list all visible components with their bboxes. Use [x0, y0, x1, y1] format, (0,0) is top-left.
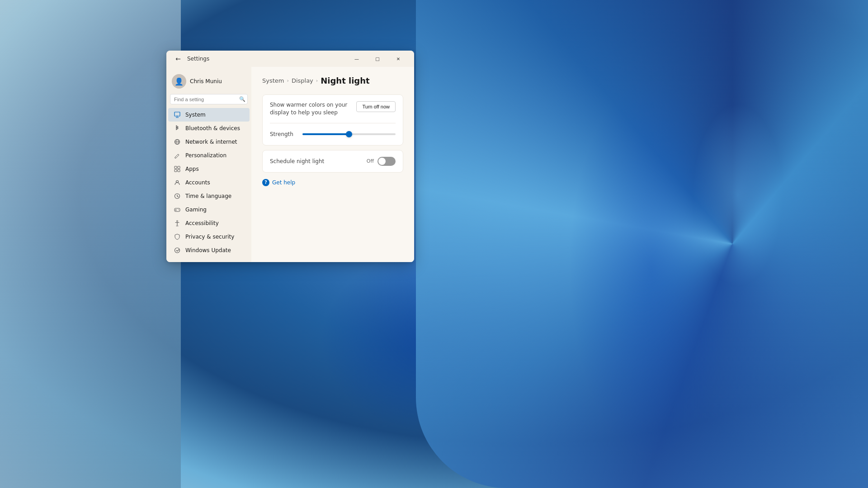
sidebar-item-time[interactable]: Time & language	[168, 189, 250, 203]
night-light-header: Show warmer colors on your display to he…	[270, 101, 396, 117]
svg-rect-7	[178, 166, 180, 169]
sidebar-item-accessibility[interactable]: Accessibility	[168, 216, 250, 230]
svg-rect-8	[175, 169, 177, 172]
titlebar: ← Settings — □ ✕	[166, 51, 414, 67]
sidebar-item-privacy[interactable]: Privacy & security	[168, 230, 250, 244]
sidebar-item-label-accessibility: Accessibility	[185, 220, 219, 226]
desktop-background	[0, 0, 868, 488]
sidebar-item-label-network: Network & internet	[185, 139, 237, 145]
sidebar: 👤 Chris Muniu 🔍	[166, 67, 251, 262]
get-help-link[interactable]: ? Get help	[262, 179, 403, 186]
night-light-description: Show warmer colors on your display to he…	[270, 101, 351, 117]
svg-point-17	[178, 209, 179, 210]
person-icon: 👤	[175, 77, 184, 86]
svg-line-13	[177, 196, 179, 197]
sidebar-item-bluetooth[interactable]: Bluetooth & devices	[168, 122, 250, 135]
page-title: Night light	[321, 76, 369, 85]
windows-update-icon	[174, 247, 181, 254]
personalization-icon	[174, 152, 181, 159]
toggle-container: Off	[367, 157, 396, 166]
sidebar-item-windows-update[interactable]: Windows Update	[168, 244, 250, 257]
window-controls: — □ ✕	[346, 51, 409, 67]
window-title: Settings	[187, 56, 346, 62]
privacy-icon	[174, 233, 181, 240]
accounts-icon	[174, 179, 181, 186]
network-icon	[174, 138, 181, 145]
search-input[interactable]	[174, 97, 236, 102]
svg-rect-0	[175, 112, 180, 116]
breadcrumb: System › Display › Night light	[262, 76, 403, 85]
svg-rect-9	[178, 169, 180, 172]
sidebar-item-label-windows-update: Windows Update	[185, 247, 231, 253]
sidebar-item-label-privacy: Privacy & security	[185, 234, 234, 240]
sidebar-item-network[interactable]: Network & internet	[168, 135, 250, 149]
sidebar-item-label-time: Time & language	[185, 193, 231, 199]
strength-label: Strength	[270, 131, 297, 137]
sidebar-item-system[interactable]: System	[168, 108, 250, 122]
user-name: Chris Muniu	[190, 78, 222, 84]
strength-row: Strength	[270, 123, 396, 139]
schedule-card: Schedule night light Off	[262, 150, 403, 173]
schedule-status-label: Off	[367, 158, 374, 164]
user-avatar: 👤	[172, 74, 186, 89]
system-icon	[174, 111, 181, 118]
night-light-card: Show warmer colors on your display to he…	[262, 94, 403, 145]
sidebar-item-label-gaming: Gaming	[185, 206, 207, 213]
time-icon	[174, 192, 181, 200]
window-body: 👤 Chris Muniu 🔍	[166, 67, 414, 262]
strength-slider-container	[302, 130, 396, 139]
sidebar-item-label-personalization: Personalization	[185, 152, 226, 159]
maximize-button[interactable]: □	[367, 51, 388, 67]
breadcrumb-sep-1: ›	[287, 78, 288, 84]
bluetooth-icon	[174, 125, 181, 132]
svg-point-19	[177, 221, 178, 222]
sidebar-item-accounts[interactable]: Accounts	[168, 176, 250, 189]
schedule-row: Schedule night light Off	[270, 157, 396, 166]
svg-rect-6	[175, 166, 177, 169]
user-section: 👤 Chris Muniu	[166, 70, 251, 94]
search-icon: 🔍	[239, 96, 245, 102]
sidebar-item-gaming[interactable]: Gaming	[168, 203, 250, 216]
sidebar-item-label-accounts: Accounts	[185, 179, 210, 186]
gaming-icon	[174, 206, 181, 213]
back-button[interactable]: ←	[172, 52, 184, 65]
help-icon: ?	[262, 179, 269, 186]
schedule-toggle[interactable]	[377, 157, 396, 166]
sidebar-item-label-system: System	[185, 112, 206, 118]
sidebar-item-apps[interactable]: Apps	[168, 162, 250, 176]
sidebar-item-label-bluetooth: Bluetooth & devices	[185, 125, 240, 131]
close-button[interactable]: ✕	[388, 51, 409, 67]
breadcrumb-system[interactable]: System	[262, 77, 284, 84]
minimize-button[interactable]: —	[346, 51, 367, 67]
schedule-label: Schedule night light	[270, 158, 324, 164]
search-box[interactable]: 🔍	[170, 94, 248, 104]
window-frame: ← Settings — □ ✕ 👤 Chris Muniu	[166, 51, 414, 262]
settings-window: ← Settings — □ ✕ 👤 Chris Muniu	[166, 51, 414, 262]
breadcrumb-display[interactable]: Display	[292, 77, 313, 84]
apps-icon	[174, 165, 181, 173]
sidebar-item-personalization[interactable]: Personalization	[168, 149, 250, 162]
accessibility-icon	[174, 220, 181, 227]
svg-point-18	[179, 210, 179, 210]
sidebar-item-label-apps: Apps	[185, 166, 199, 172]
main-content: System › Display › Night light Show warm…	[251, 67, 414, 262]
breadcrumb-sep-2: ›	[316, 78, 318, 84]
turn-off-button[interactable]: Turn off now	[356, 101, 396, 112]
svg-point-20	[175, 248, 180, 253]
get-help-label: Get help	[272, 179, 295, 186]
